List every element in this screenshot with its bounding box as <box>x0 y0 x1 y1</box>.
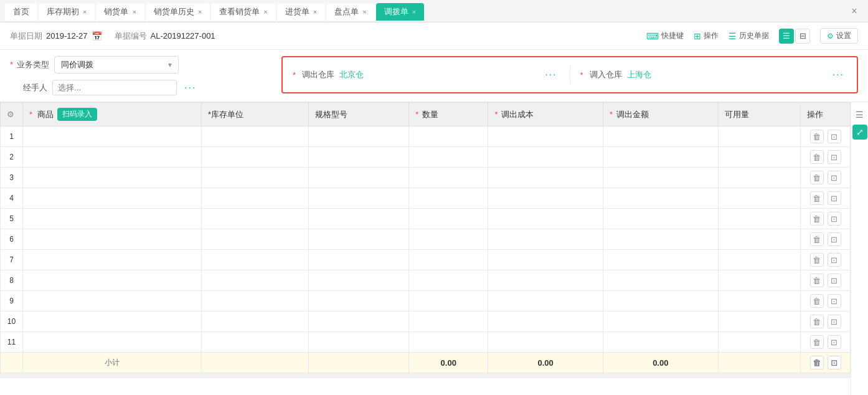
spec-cell[interactable] <box>309 229 409 250</box>
view-list-button[interactable]: ☰ <box>779 29 794 44</box>
tab-inventory-check[interactable]: 盘点单 × <box>326 3 374 21</box>
available-cell[interactable] <box>718 291 800 312</box>
amount-cell[interactable] <box>603 147 719 168</box>
unit-cell[interactable] <box>201 168 308 188</box>
spec-cell[interactable] <box>309 168 409 188</box>
business-type-select[interactable]: 同价调拨 ▾ <box>54 56 179 74</box>
copy-button[interactable]: ⊡ <box>828 171 841 184</box>
amount-cell[interactable] <box>603 270 719 291</box>
amount-cell[interactable] <box>603 332 719 353</box>
close-icon[interactable]: × <box>313 8 317 16</box>
available-cell[interactable] <box>718 126 800 147</box>
operations-button[interactable]: ⊞ 操作 <box>694 31 719 41</box>
copy-button[interactable]: ⊡ <box>828 294 841 308</box>
qty-cell[interactable] <box>409 291 488 312</box>
close-icon[interactable]: × <box>132 8 136 16</box>
cost-cell[interactable] <box>488 147 603 168</box>
sidebar-expand-icon[interactable]: ⤢ <box>852 125 867 140</box>
spec-cell[interactable] <box>309 147 409 168</box>
delete-button[interactable]: 🗑 <box>810 150 824 164</box>
cost-cell[interactable] <box>488 168 603 188</box>
unit-cell[interactable] <box>201 312 308 332</box>
delete-button[interactable]: 🗑 <box>810 356 824 369</box>
settings-button[interactable]: ⚙ 设置 <box>820 28 858 44</box>
amount-cell[interactable] <box>603 291 719 312</box>
available-cell[interactable] <box>718 229 800 250</box>
tab-view-sales[interactable]: 查看销货单 × <box>211 3 275 21</box>
unit-cell[interactable] <box>201 209 308 229</box>
cost-cell[interactable] <box>488 188 603 209</box>
qty-cell[interactable] <box>409 168 488 188</box>
unit-cell[interactable] <box>201 291 308 312</box>
cost-cell[interactable] <box>488 250 603 270</box>
qty-cell[interactable] <box>409 312 488 332</box>
qty-cell[interactable] <box>409 147 488 168</box>
unit-cell[interactable] <box>201 229 308 250</box>
copy-button[interactable]: ⊡ <box>828 253 841 267</box>
qty-cell[interactable] <box>409 209 488 229</box>
product-cell[interactable] <box>23 209 202 229</box>
handler-ellipsis-button[interactable]: ··· <box>182 82 199 93</box>
cost-cell[interactable] <box>488 270 603 291</box>
handler-input[interactable] <box>52 80 177 95</box>
spec-cell[interactable] <box>309 188 409 209</box>
product-cell[interactable] <box>23 332 202 353</box>
amount-cell[interactable] <box>603 312 719 332</box>
delete-button[interactable]: 🗑 <box>810 335 824 349</box>
product-cell[interactable] <box>23 312 202 332</box>
available-cell[interactable] <box>718 270 800 291</box>
transfer-out-ellipsis-button[interactable]: ··· <box>542 69 559 80</box>
product-cell[interactable] <box>23 188 202 209</box>
available-cell[interactable] <box>718 209 800 229</box>
spec-cell[interactable] <box>309 270 409 291</box>
qty-cell[interactable] <box>409 332 488 353</box>
tab-sales-history[interactable]: 销货单历史 × <box>146 3 210 21</box>
close-icon[interactable]: × <box>362 8 366 16</box>
amount-cell[interactable] <box>603 250 719 270</box>
cost-cell[interactable] <box>488 332 603 353</box>
product-cell[interactable] <box>23 250 202 270</box>
unit-cell[interactable] <box>201 188 308 209</box>
cost-cell[interactable] <box>488 312 603 332</box>
spec-cell[interactable] <box>309 209 409 229</box>
shortcuts-button[interactable]: ⌨ 快捷键 <box>646 31 684 41</box>
unit-cell[interactable] <box>201 126 308 147</box>
spec-cell[interactable] <box>309 250 409 270</box>
tab-purchase-order[interactable]: 进货单 × <box>277 3 325 21</box>
spec-cell[interactable] <box>309 312 409 332</box>
copy-button[interactable]: ⊡ <box>828 274 841 287</box>
qty-cell[interactable] <box>409 188 488 209</box>
horizontal-scrollbar[interactable] <box>0 373 851 378</box>
gear-icon[interactable]: ⚙ <box>7 110 14 119</box>
unit-cell[interactable] <box>201 270 308 291</box>
product-cell[interactable] <box>23 291 202 312</box>
tab-transfer-order[interactable]: 调拨单 × <box>376 3 424 21</box>
available-cell[interactable] <box>718 250 800 270</box>
close-window-button[interactable]: × <box>846 2 863 20</box>
spec-cell[interactable] <box>309 291 409 312</box>
spec-cell[interactable] <box>309 332 409 353</box>
delete-button[interactable]: 🗑 <box>810 253 824 267</box>
copy-button[interactable]: ⊡ <box>828 232 841 246</box>
amount-cell[interactable] <box>603 229 719 250</box>
qty-cell[interactable] <box>409 250 488 270</box>
spec-cell[interactable] <box>309 126 409 147</box>
product-cell[interactable] <box>23 126 202 147</box>
qty-cell[interactable] <box>409 126 488 147</box>
amount-cell[interactable] <box>603 209 719 229</box>
delete-button[interactable]: 🗑 <box>810 130 824 143</box>
delete-button[interactable]: 🗑 <box>810 315 824 328</box>
delete-button[interactable]: 🗑 <box>810 232 824 246</box>
unit-cell[interactable] <box>201 147 308 168</box>
copy-button[interactable]: ⊡ <box>828 212 841 226</box>
copy-button[interactable]: ⊡ <box>828 150 841 164</box>
unit-cell[interactable] <box>201 250 308 270</box>
transfer-in-ellipsis-button[interactable]: ··· <box>830 69 847 80</box>
tab-sales-order[interactable]: 销货单 × <box>96 3 144 21</box>
close-icon[interactable]: × <box>83 8 87 16</box>
scan-input-button[interactable]: 扫码录入 <box>57 108 97 121</box>
delete-button[interactable]: 🗑 <box>810 274 824 287</box>
delete-button[interactable]: 🗑 <box>810 294 824 308</box>
tab-home[interactable]: 首页 <box>5 3 37 21</box>
calendar-icon[interactable]: 📅 <box>92 31 102 41</box>
